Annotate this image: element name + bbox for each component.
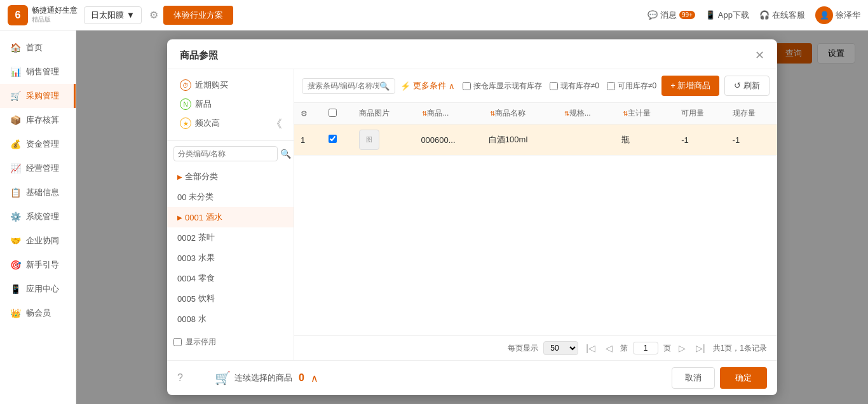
- row-checkbox[interactable]: [329, 135, 337, 143]
- quick-access-area: ⏱ 近期购买 N 新品 ★ 频次高: [167, 76, 294, 138]
- sidebar-item-guide[interactable]: 🎯 新手引导: [0, 253, 76, 277]
- gear-icon[interactable]: ⚙: [149, 9, 158, 21]
- td-available: -1: [675, 125, 726, 156]
- settings-icon[interactable]: ⚙: [301, 109, 308, 118]
- cart-collapse-icon[interactable]: ∧: [311, 372, 318, 384]
- last-page-button[interactable]: ▷|: [693, 342, 708, 354]
- sidebar-item-operation[interactable]: 📈 经营管理: [0, 156, 76, 180]
- category-item-0003[interactable]: 0003 水果: [167, 248, 294, 268]
- filter-icon: ⚡: [400, 81, 410, 91]
- trial-button[interactable]: 体验行业方案: [163, 6, 233, 25]
- th-settings[interactable]: ⚙: [294, 103, 322, 125]
- collapse-panel-button[interactable]: 《: [266, 115, 287, 133]
- per-page-select[interactable]: 50 10 20 100: [543, 341, 578, 355]
- product-search-bar[interactable]: 🔍: [302, 78, 395, 94]
- more-filter-button[interactable]: ⚡ 更多条件 ∧: [400, 80, 455, 91]
- modal-overlay: 商品参照 ✕ ⏱ 近期购买: [76, 30, 868, 404]
- sidebar-item-member[interactable]: 👑 畅会员: [0, 301, 76, 325]
- category-item-all[interactable]: ▶ 全部分类: [167, 166, 294, 187]
- top-nav: 6 畅捷通好生意 精品版 日太阳膜 ▼ ⚙ 体验行业方案 💬 消息 99+ 📱 …: [0, 0, 868, 30]
- th-name[interactable]: ⇅商品名称: [482, 103, 557, 125]
- add-product-button[interactable]: + 新增商品: [661, 76, 719, 96]
- checkbox-available-stock[interactable]: 现有库存≠0: [550, 81, 599, 91]
- modal-header: 商品参照 ✕: [167, 39, 777, 69]
- search-icon[interactable]: 🔍: [379, 81, 390, 91]
- th-checkbox[interactable]: [322, 103, 352, 125]
- category-search-button[interactable]: 🔍: [280, 149, 291, 159]
- quick-item-frequent[interactable]: ★ 频次高: [173, 114, 234, 133]
- user-avatar[interactable]: 👤 徐泽华: [815, 6, 860, 24]
- sidebar-item-finance[interactable]: 💰 资金管理: [0, 132, 76, 156]
- sidebar-item-inventory[interactable]: 📦 库存核算: [0, 108, 76, 132]
- modal-body: ⏱ 近期购买 N 新品 ★ 频次高: [167, 69, 777, 360]
- message-icon: 💬: [648, 10, 658, 20]
- avatar: 👤: [815, 6, 833, 24]
- collab-icon: 🤝: [10, 236, 21, 246]
- category-item-0001[interactable]: ▶ 0001 酒水: [167, 207, 294, 227]
- main-layout: 🏠 首页 📊 销售管理 🛒 采购管理 📦 库存核算 💰 资金管理 📈 经营管理 …: [0, 30, 868, 404]
- app-download-nav[interactable]: 📱 App下载: [705, 10, 749, 21]
- help-icon[interactable]: ?: [177, 372, 183, 384]
- table-row[interactable]: 1 图 000600...: [294, 125, 777, 156]
- system-icon: ⚙️: [10, 212, 21, 222]
- product-search-input[interactable]: [308, 81, 379, 90]
- right-panel: 🔍 ⚡ 更多条件 ∧ 按仓库显示现有库存: [294, 69, 777, 360]
- store-selector[interactable]: 日太阳膜 ▼: [84, 6, 142, 24]
- table-scroll[interactable]: ⚙ 商品图片 ⇅商品... ⇅商品名称 ⇅规格... ⇅主计量 可用量: [294, 103, 777, 335]
- sidebar-item-purchase[interactable]: 🛒 采购管理: [0, 84, 76, 108]
- chevron-down-icon: ▼: [126, 10, 135, 20]
- modal-close-button[interactable]: ✕: [755, 48, 764, 62]
- sidebar-item-home[interactable]: 🏠 首页: [0, 36, 76, 60]
- select-all-checkbox[interactable]: [329, 109, 337, 117]
- checkbox-usable-stock[interactable]: 可用库存≠0: [607, 81, 656, 91]
- inventory-icon: 📦: [10, 115, 21, 125]
- sidebar-item-basic[interactable]: 📋 基础信息: [0, 180, 76, 205]
- purchase-icon: 🛒: [10, 91, 21, 101]
- prev-page-button[interactable]: ◁: [603, 342, 615, 354]
- logo-area: 6 畅捷通好生意 精品版: [8, 5, 84, 25]
- total-info: 共1页，1条记录: [713, 343, 767, 354]
- next-page-button[interactable]: ▷: [676, 342, 688, 354]
- sidebar-item-sales[interactable]: 📊 销售管理: [0, 60, 76, 84]
- show-disabled-checkbox[interactable]: [173, 338, 182, 346]
- td-name: 白酒100ml: [482, 125, 557, 156]
- cart-icon[interactable]: 🛒: [215, 370, 231, 386]
- checkbox-warehouse-stock[interactable]: 按仓库显示现有库存: [463, 81, 542, 91]
- sidebar-item-system[interactable]: ⚙️ 系统管理: [0, 205, 76, 229]
- quick-item-new[interactable]: N 新品: [173, 95, 234, 114]
- page-number-input[interactable]: [633, 342, 658, 354]
- th-available: 可用量: [675, 103, 726, 125]
- new-icon: N: [180, 98, 191, 110]
- th-spec[interactable]: ⇅规格...: [557, 103, 615, 125]
- refresh-button[interactable]: ↺ 刷新: [724, 76, 770, 96]
- guide-icon: 🎯: [10, 260, 21, 270]
- td-code: 000600...: [414, 125, 482, 156]
- quick-item-recent[interactable]: ⏱ 近期购买: [173, 76, 234, 95]
- category-item-00[interactable]: 00 未分类: [167, 187, 294, 207]
- finance-icon: 💰: [10, 139, 21, 149]
- message-nav[interactable]: 💬 消息 99+: [648, 10, 695, 21]
- category-item-0008[interactable]: 0008 水: [167, 309, 294, 329]
- td-checkbox[interactable]: [322, 125, 352, 156]
- online-service-nav[interactable]: 🎧 在线客服: [759, 10, 805, 21]
- th-unit[interactable]: ⇅主计量: [615, 103, 675, 125]
- th-stock: 现存量: [726, 103, 777, 125]
- category-search-row: 🔍: [167, 144, 294, 164]
- th-code[interactable]: ⇅商品...: [414, 103, 482, 125]
- divider: [167, 140, 294, 141]
- cancel-button[interactable]: 取消: [672, 367, 715, 389]
- category-search-input[interactable]: [173, 146, 278, 161]
- sidebar-item-apps[interactable]: 📱 应用中心: [0, 277, 76, 301]
- category-item-0004[interactable]: 0004 零食: [167, 268, 294, 288]
- product-table: ⚙ 商品图片 ⇅商品... ⇅商品名称 ⇅规格... ⇅主计量 可用量: [294, 103, 777, 156]
- sales-icon: 📊: [10, 67, 21, 77]
- first-page-button[interactable]: |◁: [583, 342, 598, 354]
- confirm-button[interactable]: 确定: [720, 367, 767, 389]
- sidebar-item-collab[interactable]: 🤝 企业协同: [0, 229, 76, 253]
- operation-icon: 📈: [10, 163, 21, 173]
- logo-text: 畅捷通好生意: [32, 6, 78, 16]
- category-item-0005[interactable]: 0005 饮料: [167, 288, 294, 309]
- table-header: ⚙ 商品图片 ⇅商品... ⇅商品名称 ⇅规格... ⇅主计量 可用量: [294, 103, 777, 125]
- home-icon: 🏠: [10, 43, 21, 53]
- category-item-0002[interactable]: 0002 茶叶: [167, 227, 294, 248]
